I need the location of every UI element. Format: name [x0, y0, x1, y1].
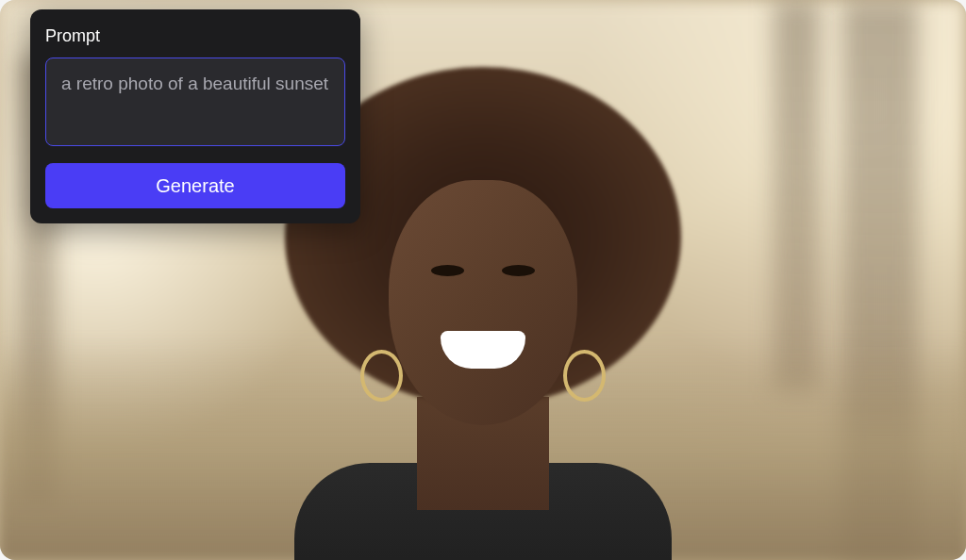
- image-canvas: Prompt Generate: [0, 0, 966, 560]
- prompt-label: Prompt: [45, 26, 345, 46]
- generate-button[interactable]: Generate: [45, 163, 345, 208]
- bg-tree: [774, 0, 821, 392]
- prompt-input[interactable]: [45, 58, 345, 146]
- prompt-panel: Prompt Generate: [30, 9, 360, 223]
